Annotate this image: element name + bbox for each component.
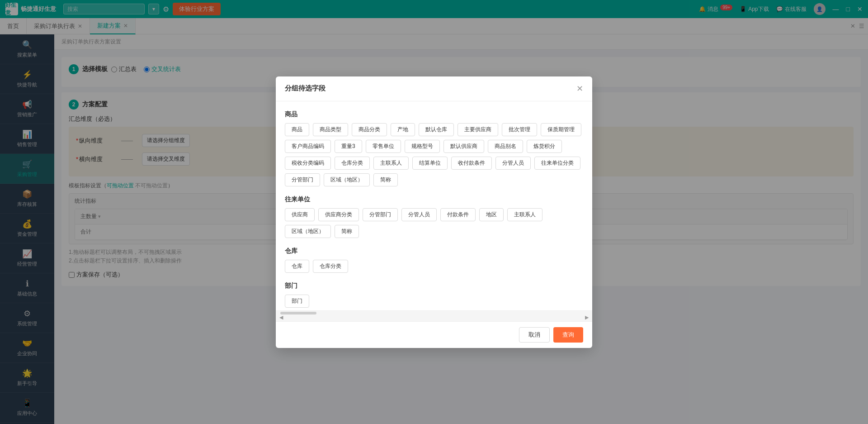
field-tag[interactable]: 默认仓库 (419, 123, 454, 136)
scroll-left-icon[interactable]: ◀ (279, 314, 283, 320)
section-warehouse: 仓库 仓库 仓库分类 (285, 247, 583, 273)
field-tag[interactable]: 分管人员 (401, 208, 437, 221)
modal-hscroll-thumb[interactable] (280, 312, 316, 314)
section-product-title: 商品 (285, 110, 583, 119)
section-counterpart: 往来单位 供应商 供应商分类 分管部门 分管人员 付款条件 地区 主联系人 区域… (285, 195, 583, 238)
field-tag[interactable]: 产地 (391, 123, 415, 136)
field-tag[interactable]: 税收分类编码 (285, 157, 331, 170)
field-tag[interactable]: 商品别名 (488, 140, 523, 153)
section-department-title: 部门 (285, 282, 583, 290)
section-warehouse-title: 仓库 (285, 247, 583, 255)
field-tag[interactable]: 主联系人 (507, 208, 542, 221)
field-selection-modal: 分组待选字段 ✕ 商品 商品 商品类型 商品分类 产地 默认仓库 主要供应商 批… (276, 76, 592, 348)
field-tag[interactable]: 主联系人 (373, 157, 409, 170)
section-product: 商品 商品 商品类型 商品分类 产地 默认仓库 主要供应商 批次管理 保质期管理… (285, 110, 583, 186)
field-tag[interactable]: 规格型号 (405, 140, 440, 153)
field-tag[interactable]: 仓库 (285, 260, 309, 273)
field-tag[interactable]: 部门 (285, 295, 309, 308)
field-tag[interactable]: 供应商分类 (318, 208, 359, 221)
field-tag[interactable]: 保质期管理 (541, 123, 581, 136)
field-tag[interactable]: 默认供应商 (443, 140, 484, 153)
modal-overlay[interactable]: 分组待选字段 ✕ 商品 商品 商品类型 商品分类 产地 默认仓库 主要供应商 批… (0, 0, 868, 424)
modal-header: 分组待选字段 ✕ (276, 76, 592, 101)
field-tag[interactable]: 付款条件 (440, 208, 476, 221)
field-tag[interactable]: 简称 (373, 173, 398, 186)
modal-horizontal-scrollbar[interactable] (276, 310, 592, 314)
field-tag[interactable]: 仓库分类 (335, 157, 370, 170)
field-tag[interactable]: 地区 (479, 208, 504, 221)
field-tag[interactable]: 商品分类 (352, 123, 387, 136)
modal-close-button[interactable]: ✕ (576, 84, 583, 94)
field-tag[interactable]: 区域（地区） (324, 173, 370, 186)
field-tag[interactable]: 炼货积分 (527, 140, 562, 153)
field-tag[interactable]: 主要供应商 (458, 123, 498, 136)
field-tag[interactable]: 分管部门 (363, 208, 398, 221)
field-tag[interactable]: 简称 (335, 225, 359, 238)
field-tag[interactable]: 收付款条件 (451, 157, 492, 170)
section-counterpart-fields: 供应商 供应商分类 分管部门 分管人员 付款条件 地区 主联系人 区域（地区） … (285, 208, 583, 238)
field-tag[interactable]: 零售单位 (366, 140, 401, 153)
confirm-button[interactable]: 查询 (553, 327, 583, 343)
field-tag[interactable]: 批次管理 (502, 123, 537, 136)
field-tag[interactable]: 商品 (285, 123, 309, 136)
section-warehouse-fields: 仓库 仓库分类 (285, 260, 583, 273)
modal-body[interactable]: 商品 商品 商品类型 商品分类 产地 默认仓库 主要供应商 批次管理 保质期管理… (276, 101, 592, 310)
field-tag[interactable]: 分管部门 (285, 173, 320, 186)
field-tag[interactable]: 往来单位分类 (534, 157, 580, 170)
field-tag[interactable]: 重量3 (335, 140, 362, 153)
section-department-fields: 部门 (285, 295, 583, 308)
field-tag[interactable]: 商品类型 (313, 123, 348, 136)
modal-footer: 取消 查询 (276, 321, 592, 348)
field-tag[interactable]: 分管人员 (495, 157, 531, 170)
cancel-button[interactable]: 取消 (519, 327, 550, 343)
scroll-right-icon[interactable]: ▶ (585, 314, 589, 320)
field-tag[interactable]: 供应商 (285, 208, 315, 221)
field-tag[interactable]: 仓库分类 (313, 260, 348, 273)
field-tag[interactable]: 区域（地区） (285, 225, 331, 238)
section-counterpart-title: 往来单位 (285, 195, 583, 204)
scroll-indicators: ◀ ▶ (276, 314, 592, 321)
section-product-fields: 商品 商品类型 商品分类 产地 默认仓库 主要供应商 批次管理 保质期管理 客户… (285, 123, 583, 186)
field-tag[interactable]: 客户商品编码 (285, 140, 331, 153)
modal-title: 分组待选字段 (285, 84, 326, 93)
field-tag[interactable]: 结算单位 (412, 157, 448, 170)
section-department: 部门 部门 (285, 282, 583, 308)
